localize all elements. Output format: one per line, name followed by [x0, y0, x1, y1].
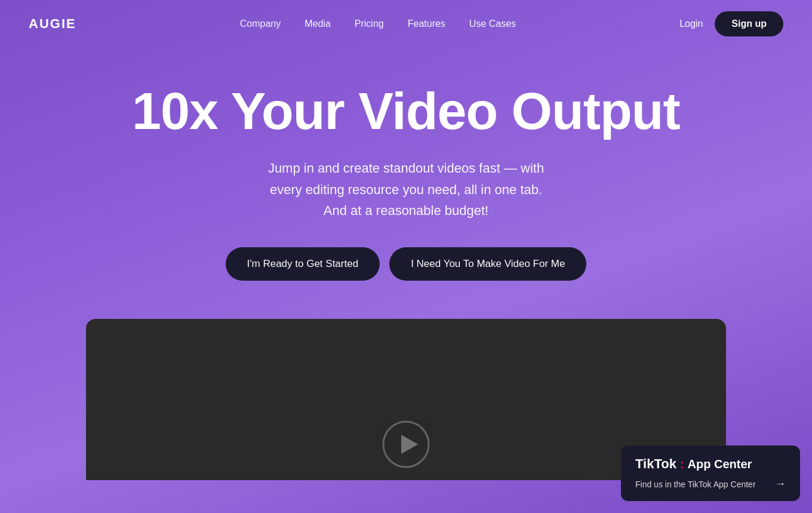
- nav-features[interactable]: Features: [408, 19, 445, 29]
- get-started-button[interactable]: I'm Ready to Get Started: [226, 247, 380, 281]
- nav-actions: Login Sign up: [679, 11, 783, 36]
- signup-button[interactable]: Sign up: [715, 11, 783, 36]
- tiktok-find-us: Find us in the TikTok App Center: [635, 480, 756, 489]
- hero-section: 10x Your Video Output Jump in and create…: [0, 48, 812, 305]
- hero-buttons: I'm Ready to Get Started I Need You To M…: [29, 247, 783, 281]
- hero-subtitle-line3: And at a reasonable budget!: [324, 203, 488, 218]
- nav-use-cases[interactable]: Use Cases: [469, 19, 516, 29]
- logo-text: AUGiE: [29, 16, 76, 31]
- svg-marker-1: [401, 435, 418, 454]
- tiktok-banner-body[interactable]: Find us in the TikTok App Center →: [635, 478, 786, 490]
- nav-pricing[interactable]: Pricing: [355, 19, 384, 29]
- video-play-icon: [382, 420, 430, 468]
- navbar: AUGiE Company Media Pricing Features Use…: [0, 0, 812, 48]
- hero-subtitle-line1: Jump in and create standout videos fast …: [268, 161, 544, 176]
- hero-subtitle-line2: every editing resource you need, all in …: [270, 182, 542, 197]
- nav-media[interactable]: Media: [304, 19, 331, 29]
- nav-company[interactable]: Company: [240, 19, 281, 29]
- tiktok-banner-header: TikTok : App Center: [635, 456, 786, 472]
- tiktok-banner[interactable]: TikTok : App Center Find us in the TikTo…: [621, 446, 800, 501]
- nav-links: Company Media Pricing Features Use Cases: [240, 19, 516, 29]
- login-button[interactable]: Login: [679, 19, 703, 29]
- logo: AUGiE: [29, 16, 76, 32]
- tiktok-logo-text: TikTok: [635, 456, 676, 472]
- make-video-button[interactable]: I Need You To Make Video For Me: [389, 247, 586, 281]
- hero-title: 10x Your Video Output: [29, 84, 783, 139]
- hero-subtitle: Jump in and create standout videos fast …: [29, 158, 783, 221]
- tiktok-colon: :: [680, 457, 684, 471]
- tiktok-arrow-icon: →: [775, 478, 786, 490]
- tiktok-app-center-label: App Center: [688, 457, 752, 471]
